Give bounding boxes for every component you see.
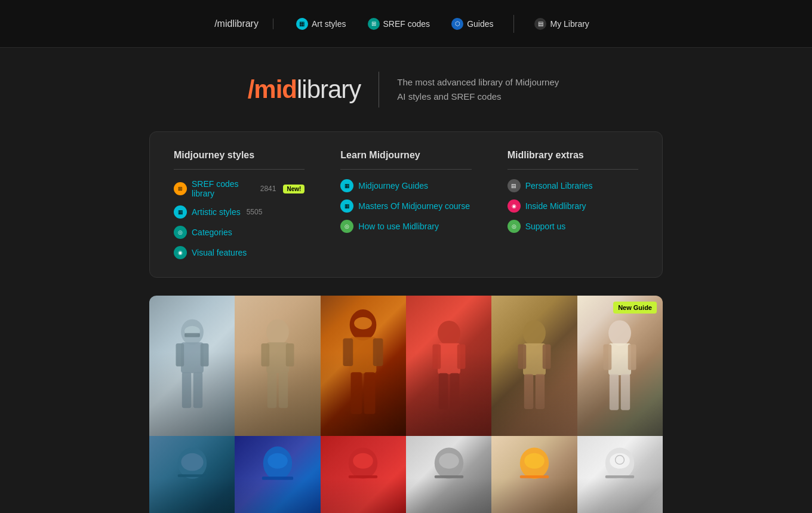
svg-rect-10 xyxy=(261,343,269,366)
menu-link-masters-course[interactable]: ▦ Masters Of Midjourney course xyxy=(340,199,471,213)
svg-point-27 xyxy=(523,320,546,346)
menu-link-artistic-styles[interactable]: ▦ Artistic styles 5505 xyxy=(174,205,304,219)
support-us-icon: ◎ xyxy=(508,220,521,233)
svg-rect-16 xyxy=(343,338,353,366)
menu-col-title-2: Learn Midjourney xyxy=(340,150,471,170)
inside-midlibrary-icon: ◉ xyxy=(508,199,521,213)
menu-link-personal-libs[interactable]: ▤ Personal Libraries xyxy=(508,179,638,192)
gallery-image-8[interactable] xyxy=(235,436,320,513)
svg-point-40 xyxy=(181,453,203,471)
gallery-image-1-inner xyxy=(149,296,235,436)
gallery-image-4[interactable] xyxy=(406,296,491,436)
gallery-image-11[interactable] xyxy=(491,436,577,513)
menu-col-title-1: Midjourney styles xyxy=(174,150,304,170)
hero-divider xyxy=(379,72,379,107)
how-to-use-icon: ◎ xyxy=(340,220,353,233)
header: /midlibrary ▦ Art styles ⊞ SREF codes ⬡ … xyxy=(0,0,812,48)
svg-point-33 xyxy=(608,320,631,346)
nav-item-art-styles[interactable]: ▦ Art styles xyxy=(288,13,355,35)
menu-link-sref-library[interactable]: ⊞ SREF codes library 2841 New! xyxy=(174,179,304,198)
menu-link-support-us[interactable]: ◎ Support us xyxy=(508,220,638,233)
svg-point-52 xyxy=(524,453,545,469)
menu-card-wrapper: Midjourney styles ⊞ SREF codes library 2… xyxy=(0,131,812,296)
nav-items: ▦ Art styles ⊞ SREF codes ⬡ Guides ▤ My … xyxy=(288,13,598,35)
new-badge: New! xyxy=(283,185,304,193)
personal-libs-icon: ▤ xyxy=(508,179,521,192)
svg-rect-17 xyxy=(373,338,383,366)
svg-rect-36 xyxy=(628,344,636,370)
nav-brand: /midlibrary xyxy=(214,19,273,29)
nav: /midlibrary ▦ Art styles ⊞ SREF codes ⬡ … xyxy=(214,13,598,35)
gallery-image-7-inner xyxy=(149,436,235,513)
svg-point-21 xyxy=(438,321,460,345)
svg-point-49 xyxy=(439,453,459,469)
gallery-image-10[interactable] xyxy=(406,436,491,513)
gallery-image-10-inner xyxy=(406,436,491,513)
gallery-image-5-inner xyxy=(491,296,577,436)
nav-item-guides[interactable]: ⬡ Guides xyxy=(443,13,502,35)
svg-rect-18 xyxy=(351,372,362,414)
nav-item-my-library[interactable]: ▤ My Library xyxy=(526,13,597,35)
new-guide-badge: New Guide xyxy=(613,302,657,314)
sref-library-icon: ⊞ xyxy=(174,182,187,195)
svg-rect-12 xyxy=(267,372,276,408)
gallery-image-12-inner xyxy=(577,436,663,513)
menu-link-mj-guides[interactable]: ▦ Midjourney Guides xyxy=(340,179,471,192)
menu-link-how-to-use[interactable]: ◎ How to use Midlibrary xyxy=(340,220,471,233)
menu-links-3: ▤ Personal Libraries ◉ Inside Midlibrary… xyxy=(508,179,638,233)
gallery-wrapper: New Guide xyxy=(0,296,812,513)
visual-features-icon: ◉ xyxy=(174,246,187,259)
nav-divider xyxy=(513,15,514,33)
my-library-icon: ▤ xyxy=(534,18,546,30)
menu-link-inside-midlibrary[interactable]: ◉ Inside Midlibrary xyxy=(508,199,638,213)
artistic-styles-icon: ▦ xyxy=(174,205,187,219)
gallery-image-12[interactable] xyxy=(577,436,663,513)
svg-rect-44 xyxy=(262,477,293,480)
menu-col-extras: Midlibrary extras ▤ Personal Libraries ◉… xyxy=(508,150,638,259)
menu-col-title-3: Midlibrary extras xyxy=(508,150,638,170)
svg-rect-5 xyxy=(193,372,202,408)
menu-links-1: ⊞ SREF codes library 2841 New! ▦ Artisti… xyxy=(174,179,304,259)
image-grid: New Guide xyxy=(149,296,663,513)
svg-rect-37 xyxy=(610,374,619,410)
svg-rect-35 xyxy=(604,344,612,370)
gallery-image-3-inner xyxy=(321,296,406,436)
sref-codes-icon: ⊞ xyxy=(368,18,380,30)
svg-point-20 xyxy=(354,317,372,329)
svg-rect-1 xyxy=(181,342,204,373)
hero-section: /midlibrary The most advanced library of… xyxy=(0,48,812,131)
logo-library: library xyxy=(297,75,361,103)
gallery-image-7[interactable] xyxy=(149,436,235,513)
menu-col-midjourney-styles: Midjourney styles ⊞ SREF codes library 2… xyxy=(174,150,304,259)
svg-rect-2 xyxy=(176,343,184,366)
gallery-image-2[interactable] xyxy=(235,296,320,436)
gallery-image-8-inner xyxy=(235,436,320,513)
svg-rect-47 xyxy=(349,475,377,478)
svg-rect-15 xyxy=(350,337,377,373)
svg-rect-34 xyxy=(608,343,631,374)
gallery-image-6[interactable]: New Guide xyxy=(577,296,663,436)
gallery-image-5[interactable] xyxy=(491,296,577,436)
svg-rect-38 xyxy=(621,374,630,410)
svg-rect-31 xyxy=(524,374,533,408)
menu-link-categories[interactable]: ◎ Categories xyxy=(174,226,304,239)
gallery-image-9-inner xyxy=(321,436,406,513)
svg-rect-57 xyxy=(605,475,634,478)
nav-item-sref-codes[interactable]: ⊞ SREF codes xyxy=(359,13,439,35)
svg-rect-28 xyxy=(523,343,546,374)
guides-icon: ⬡ xyxy=(451,18,463,30)
hero-logo: /midlibrary xyxy=(248,75,361,104)
hero-description: The most advanced library of Midjourney … xyxy=(397,75,564,104)
gallery-image-2-inner xyxy=(235,296,320,436)
gallery-image-1[interactable] xyxy=(149,296,235,436)
categories-icon: ◎ xyxy=(174,226,187,239)
menu-link-visual-features[interactable]: ◉ Visual features xyxy=(174,246,304,259)
svg-point-43 xyxy=(267,453,288,469)
svg-rect-29 xyxy=(518,344,526,368)
gallery-image-9[interactable] xyxy=(321,436,406,513)
svg-rect-32 xyxy=(536,374,545,408)
art-styles-icon: ▦ xyxy=(296,18,308,30)
gallery-image-3[interactable] xyxy=(321,296,406,436)
svg-rect-22 xyxy=(438,343,460,374)
mj-guides-icon: ▦ xyxy=(340,179,353,192)
